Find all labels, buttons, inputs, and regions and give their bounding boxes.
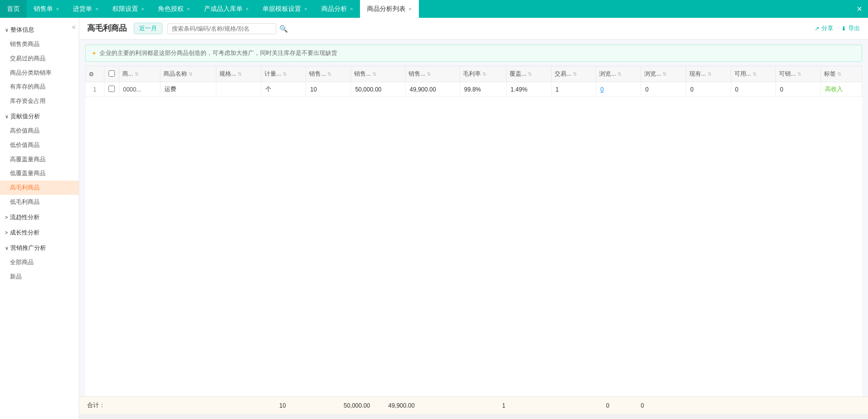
col-header-sellable_stock[interactable]: 可销...⇅ [776,66,821,82]
search-button[interactable]: 🔍 [279,25,288,33]
col-header-sales_qty[interactable]: 销售...⇅ [306,66,351,82]
sidebar-item-全部商品[interactable]: 全部商品 [0,255,79,270]
sort-icon[interactable]: ⇅ [327,71,331,77]
sort-icon[interactable]: ⇅ [427,71,431,77]
footer-cell-5: 10 [276,402,311,409]
close-tab-icon[interactable]: × [141,6,144,12]
sidebar-item-低价值商品[interactable]: 低价值商品 [0,138,79,152]
select-all-checkbox[interactable] [108,70,115,77]
sort-icon[interactable]: ⇅ [663,71,666,77]
nav-item-产成品入库单[interactable]: 产成品入库单× [197,0,255,18]
sort-icon[interactable]: ⇅ [753,71,757,77]
col-header-available_stock[interactable]: 可用...⇅ [731,66,776,82]
sidebar-item-交易过的商品[interactable]: 交易过的商品 [0,51,79,66]
share-button[interactable]: ↗ 分享 [815,24,833,33]
sort-icon[interactable]: ⇅ [837,71,841,77]
sort-icon[interactable]: ⇅ [189,71,193,77]
sidebar-group-title-营销推广分析[interactable]: ∨营销推广分析 [0,240,79,255]
nav-item-商品分析列表[interactable]: 商品分析列表× [360,0,418,18]
col-header-sales_profit[interactable]: 销售...⇅ [406,66,460,82]
close-tab-icon[interactable]: × [408,6,411,12]
sidebar-item-高毛利商品[interactable]: 高毛利商品 [0,181,79,195]
sidebar-item-商品分类助销率[interactable]: 商品分类助销率 [0,66,79,80]
sort-icon[interactable]: ⇅ [372,71,376,77]
export-icon: ⬇ [841,25,846,32]
sort-icon[interactable]: ⇅ [708,71,712,77]
sidebar-group-title-贡献值分析[interactable]: ∨贡献值分析 [0,108,79,124]
sidebar-item-高价值商品[interactable]: 高价值商品 [0,124,79,138]
col-header-name[interactable]: 商品名称⇅ [160,66,216,82]
arrow-icon: ∨ [5,27,8,33]
col-header-checkbox[interactable] [104,66,119,82]
col-header-settings[interactable]: ⚙ [86,66,104,82]
sidebar-item-高覆盖量商品[interactable]: 高覆盖量商品 [0,152,79,167]
sort-icon[interactable]: ⇅ [283,71,287,77]
col-header-tag[interactable]: 标签⇅ [820,66,862,82]
close-tab-icon[interactable]: × [350,6,353,12]
row-browse2: 0 [641,82,686,97]
row-checkbox[interactable] [104,82,119,97]
close-all-tabs[interactable]: × [851,0,868,18]
close-tab-icon[interactable]: × [95,6,98,12]
sidebar-item-销售类商品[interactable]: 销售类商品 [0,37,79,51]
nav-item-进货单[interactable]: 进货单× [66,0,105,18]
row-available-stock: 0 [731,82,776,97]
nav-item-商品分析[interactable]: 商品分析× [314,0,360,18]
sort-icon[interactable]: ⇅ [528,71,532,77]
settings-icon[interactable]: ⚙ [89,71,94,78]
bottom-scrollbar[interactable] [79,414,868,419]
sort-icon[interactable]: ⇅ [238,71,242,77]
col-header-transaction[interactable]: 交易...⇅ [551,66,596,82]
row-browse1[interactable]: 0 [596,82,641,97]
col-header-browse2[interactable]: 浏览...⇅ [641,66,686,82]
sort-icon[interactable]: ⇅ [135,71,139,77]
sidebar-group-title-流趋性分析[interactable]: >流趋性分析 [0,209,79,225]
nav-item-单据模板设置[interactable]: 单据模板设置× [255,0,314,18]
content-header: 高毛利商品 近一月 🔍 ↗ 分享 ⬇ 导出 [79,18,868,40]
sidebar-group: ∨整体信息销售类商品交易过的商品商品分类助销率有库存的商品库存资金占用 [0,22,79,108]
table-row: 10000...运费个1050,000.0049,900.0099.8%1.49… [86,82,862,97]
row-tag: 高收入 [820,82,862,97]
sort-icon[interactable]: ⇅ [573,71,577,77]
col-header-unit[interactable]: 计量...⇅ [261,66,306,82]
col-header-code[interactable]: 商...⇅ [119,66,160,82]
sort-icon[interactable]: ⇅ [797,71,801,77]
col-header-gross_margin[interactable]: 毛利率⇅ [460,66,507,82]
sidebar-collapse-btn[interactable]: « [72,23,76,31]
row-current-stock: 0 [686,82,731,97]
col-header-coverage[interactable]: 覆盖...⇅ [507,66,552,82]
arrow-icon: > [5,215,8,220]
nav-item-首页[interactable]: 首页 [0,0,27,18]
col-header-current_stock[interactable]: 现有...⇅ [686,66,731,82]
sort-icon[interactable]: ⇅ [482,71,486,77]
sidebar-item-低覆盖量商品[interactable]: 低覆盖量商品 [0,166,79,181]
sidebar-item-有库存的商品[interactable]: 有库存的商品 [0,80,79,94]
nav-item-权限设置[interactable]: 权限设置× [105,0,151,18]
footer-cell-7: 50,000.00 [341,402,385,409]
footer-cell-15: 0 [638,402,672,409]
col-header-browse1[interactable]: 浏览...⇅ [596,66,641,82]
footer-cell-14: 0 [603,402,638,409]
page-title: 高毛利商品 [87,23,127,34]
sort-icon[interactable]: ⇅ [617,71,621,77]
header-actions: ↗ 分享 ⬇ 导出 [815,24,860,33]
row-checkbox-input[interactable] [108,86,115,92]
sidebar-group-title-成长性分析[interactable]: >成长性分析 [0,225,79,240]
close-tab-icon[interactable]: × [187,6,190,12]
sidebar-item-低毛利商品[interactable]: 低毛利商品 [0,195,79,209]
share-icon: ↗ [815,25,819,32]
search-input[interactable] [167,23,276,34]
close-tab-icon[interactable]: × [56,6,59,12]
nav-item-角色授权[interactable]: 角色授权× [151,0,197,18]
close-tab-icon[interactable]: × [246,6,249,12]
sidebar-item-库存资金占用[interactable]: 库存资金占用 [0,94,79,108]
main-layout: « ∨整体信息销售类商品交易过的商品商品分类助销率有库存的商品库存资金占用∨贡献… [0,18,868,419]
sidebar-group-title-整体信息[interactable]: ∨整体信息 [0,22,79,37]
close-tab-icon[interactable]: × [304,6,307,12]
col-header-sales_amount[interactable]: 销售...⇅ [351,66,406,82]
export-button[interactable]: ⬇ 导出 [841,24,860,33]
sidebar-item-新品[interactable]: 新品 [0,270,79,284]
col-header-spec[interactable]: 规格...⇅ [216,66,261,82]
nav-item-销售单[interactable]: 销售单× [27,0,66,18]
date-filter-button[interactable]: 近一月 [134,23,162,34]
